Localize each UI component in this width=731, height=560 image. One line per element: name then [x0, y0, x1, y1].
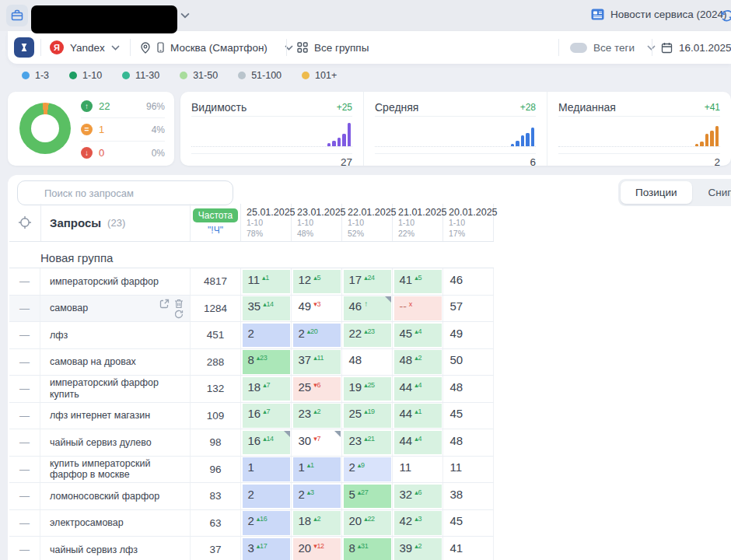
query-cell[interactable]: самовар на дровах: [40, 349, 191, 376]
position-cell[interactable]: 25▾6: [292, 376, 342, 402]
position-cell[interactable]: 2▴3: [292, 483, 342, 509]
position-cell[interactable]: 44▴4: [393, 376, 443, 402]
row-drag-handle[interactable]: —: [9, 429, 40, 456]
query-cell[interactable]: императорский фарфор: [40, 268, 191, 295]
position-cell[interactable]: 23▴21: [342, 429, 393, 456]
position-cell[interactable]: 11▴1: [241, 268, 292, 295]
query-cell[interactable]: электросамовар: [40, 510, 191, 537]
position-cell[interactable]: 38: [443, 483, 494, 509]
position-cell[interactable]: 41▴5: [393, 268, 443, 295]
position-cell[interactable]: 45▴4: [393, 322, 443, 348]
position-cell[interactable]: 45: [443, 510, 494, 537]
select-all-target[interactable]: [9, 204, 41, 241]
row-drag-handle[interactable]: —: [9, 457, 40, 483]
position-cell[interactable]: 16▴14: [241, 429, 292, 456]
position-cell[interactable]: 30▾7: [292, 429, 342, 456]
query-cell[interactable]: чайный сервиз дулево: [40, 429, 191, 456]
position-cell[interactable]: 39▴2: [393, 537, 443, 560]
position-cell[interactable]: 17▴24: [342, 268, 393, 295]
position-cell[interactable]: 12▴5: [292, 268, 342, 295]
position-cell[interactable]: 57: [443, 296, 494, 322]
row-drag-handle[interactable]: —: [9, 268, 40, 295]
tab-snippets[interactable]: Сниппеты: [694, 181, 731, 204]
position-cell[interactable]: 8▴31: [342, 537, 393, 560]
position-cell[interactable]: 3▴17: [241, 537, 292, 560]
position-cell[interactable]: 49: [443, 322, 494, 348]
position-cell[interactable]: 23▴2: [292, 403, 342, 429]
row-drag-handle[interactable]: —: [9, 296, 40, 322]
position-cell[interactable]: 44▴1: [393, 403, 443, 429]
position-cell[interactable]: 49▾3: [292, 296, 342, 322]
row-drag-handle[interactable]: —: [9, 537, 40, 560]
tab-positions[interactable]: Позиции: [621, 181, 692, 204]
group-header[interactable]: Новая группа: [9, 241, 494, 268]
position-cell[interactable]: 2: [241, 322, 292, 348]
position-cell[interactable]: 48: [443, 376, 494, 402]
position-cell[interactable]: 22▴23: [342, 322, 393, 348]
groups-selector[interactable]: Все группы: [297, 31, 369, 64]
row-drag-handle[interactable]: —: [9, 349, 40, 376]
query-cell[interactable]: императорский фарфор купить: [40, 376, 191, 402]
query-cell[interactable]: самовар: [40, 296, 191, 322]
position-cell[interactable]: 42▴3: [393, 510, 443, 537]
date-column-header[interactable]: 20.01.20251-1017%: [443, 204, 494, 241]
sync-icon[interactable]: [719, 8, 731, 23]
topvisor-logo[interactable]: [14, 37, 34, 58]
frequency-column-header[interactable]: Частота "!Ч": [191, 204, 241, 241]
row-drag-handle[interactable]: —: [9, 322, 40, 348]
position-cell[interactable]: 11: [443, 457, 494, 483]
position-cell[interactable]: 37▴11: [292, 349, 342, 376]
searcher-selector[interactable]: Я Yandex: [50, 31, 120, 64]
date-column-header[interactable]: 25.01.20251-1078%: [241, 204, 292, 241]
position-cell[interactable]: 2▴16: [241, 510, 292, 537]
tags-selector[interactable]: Все теги: [570, 31, 656, 64]
position-cell[interactable]: 25▴19: [342, 403, 393, 429]
view-toggle[interactable]: Позиции Сниппеты: [618, 179, 731, 206]
position-cell[interactable]: 45: [443, 403, 494, 429]
trash-icon[interactable]: [174, 299, 184, 309]
query-cell[interactable]: лфз: [40, 322, 191, 348]
position-cell[interactable]: 1: [241, 457, 292, 483]
date-column-header[interactable]: 22.01.20251-1052%: [342, 204, 393, 241]
position-cell[interactable]: 35▴14: [241, 296, 292, 322]
row-drag-handle[interactable]: —: [9, 510, 40, 537]
position-cell[interactable]: 20▴22: [342, 510, 393, 537]
query-cell[interactable]: чайный сервиз лфз: [40, 537, 191, 560]
date-column-header[interactable]: 23.01.20251-1048%: [292, 204, 342, 241]
position-cell[interactable]: 18▴7: [241, 376, 292, 402]
position-cell[interactable]: 2▴20: [292, 322, 342, 348]
position-cell[interactable]: 41: [443, 537, 494, 560]
position-cell[interactable]: 50: [443, 349, 494, 376]
position-cell[interactable]: 8▴23: [241, 349, 292, 376]
position-cell[interactable]: 48: [443, 429, 494, 456]
date-range-selector[interactable]: 16.01.2025 -: [661, 31, 731, 64]
date-column-header[interactable]: 21.01.20251-1022%: [393, 204, 443, 241]
query-cell[interactable]: лфз интернет магазин: [40, 403, 191, 429]
project-selector-redacted[interactable]: [31, 5, 177, 33]
position-cell[interactable]: 2: [241, 483, 292, 509]
position-cell[interactable]: 46↑: [342, 296, 393, 322]
refresh-icon[interactable]: [174, 310, 184, 319]
projects-button[interactable]: [6, 5, 28, 26]
position-cell[interactable]: 48▴2: [393, 349, 443, 376]
region-selector[interactable]: Москва (Смартфон): [140, 31, 293, 64]
query-cell[interactable]: купить императорский фарфор в москве: [40, 457, 191, 483]
position-cell[interactable]: 19▴25: [342, 376, 393, 402]
row-drag-handle[interactable]: —: [9, 483, 40, 509]
queries-column-header[interactable]: Запросы (23): [40, 204, 191, 241]
position-cell[interactable]: 5▴27: [342, 483, 393, 509]
position-cell[interactable]: 1▴1: [292, 457, 342, 483]
open-in-serp-icon[interactable]: [159, 299, 170, 309]
row-drag-handle[interactable]: —: [9, 376, 40, 402]
position-cell[interactable]: 20▾12: [292, 537, 342, 560]
position-cell[interactable]: 44▴4: [393, 429, 443, 456]
position-cell[interactable]: 11: [393, 457, 443, 483]
position-cell[interactable]: 2▴9: [342, 457, 393, 483]
position-cell[interactable]: 18▴2: [292, 510, 342, 537]
position-cell[interactable]: --x: [393, 296, 443, 322]
query-cell[interactable]: ломоносовский фарфор: [40, 483, 191, 509]
news-link[interactable]: Новости сервиса (2024): [591, 9, 727, 20]
position-cell[interactable]: 48: [342, 349, 393, 376]
position-cell[interactable]: 16▴7: [241, 403, 292, 429]
position-cell[interactable]: 32▴6: [393, 483, 443, 509]
